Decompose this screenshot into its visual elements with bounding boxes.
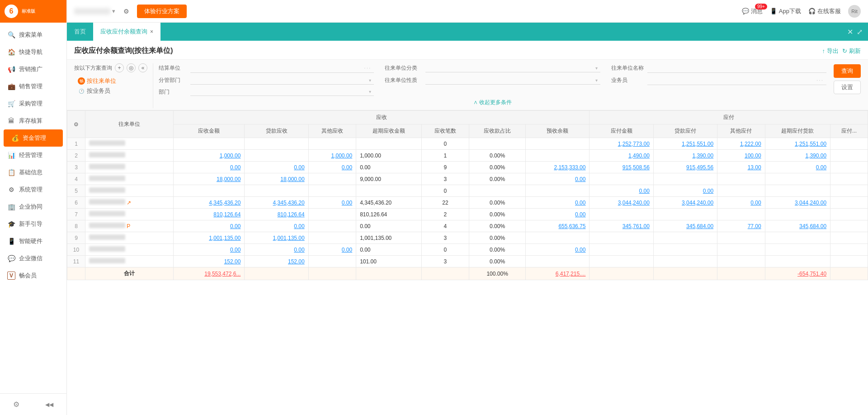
window-close-button[interactable]: ✕ xyxy=(847,28,853,36)
payable_amount-cell[interactable]: 1,490.00 xyxy=(590,150,653,162)
loan_receivable-cell[interactable]: 18,000.00 xyxy=(245,173,308,185)
advance_balance-cell[interactable]: 0.00 xyxy=(526,173,590,185)
overdue_payable-cell[interactable]: 1,390.00 xyxy=(765,150,830,162)
promo-button[interactable]: 体验行业方案 xyxy=(137,5,187,18)
overdue_payable-cell[interactable]: 1,251,551.00 xyxy=(765,138,830,150)
advance_balance-cell[interactable]: 0.00 xyxy=(526,197,590,209)
header-gear-button[interactable]: ⚙ xyxy=(119,4,133,19)
refresh-button[interactable]: ↻ 刷新 xyxy=(842,47,861,55)
department-select[interactable]: ▾ xyxy=(190,88,374,96)
table-config-icon[interactable]: ⚙ xyxy=(74,121,79,128)
sidebar-item-search[interactable]: 🔍 搜索菜单 xyxy=(0,26,66,43)
loan_payable-cell[interactable]: 0.00 xyxy=(653,185,717,197)
receivable_amount-cell[interactable]: 152.00 xyxy=(173,256,245,267)
sidebar-item-enterprise[interactable]: 🏢 企业协同 xyxy=(0,198,66,215)
sidebar-settings-button[interactable]: ⚙ xyxy=(9,398,23,410)
filter-settings-button[interactable]: ◎ xyxy=(127,63,136,72)
partner-nature-select[interactable]: ▾ xyxy=(425,76,600,85)
other_receivable-cell[interactable]: 1,000.00 xyxy=(308,150,356,162)
th-config[interactable]: ⚙ xyxy=(67,111,85,138)
other_payable-cell[interactable]: 0.00 xyxy=(717,197,765,209)
sidebar-item-inventory[interactable]: 🏛 库存核算 xyxy=(0,112,66,129)
receivable_amount-cell[interactable]: 18,000.00 xyxy=(173,173,245,185)
tab-close-icon[interactable]: × xyxy=(150,29,153,35)
loan_receivable-cell[interactable]: 0.00 xyxy=(245,244,308,256)
message-button[interactable]: 💬 消息 99+ xyxy=(742,7,763,15)
sidebar-item-system[interactable]: ⚙ 系统管理 xyxy=(0,181,66,198)
payable_amount-cell[interactable]: 3,044,240.00 xyxy=(590,197,653,209)
receivable_amount-cell[interactable]: 1,001,135.00 xyxy=(173,232,245,244)
sidebar-item-quick[interactable]: 🏠 快捷导航 xyxy=(0,43,66,61)
loan_receivable-cell[interactable]: 0.00 xyxy=(245,162,308,173)
loan_payable-cell[interactable]: 915,495.56 xyxy=(653,162,717,173)
overdue_payable-cell[interactable]: 3,044,240.00 xyxy=(765,197,830,209)
query-button[interactable]: 查询 xyxy=(834,64,861,78)
sidebar-item-purchase[interactable]: 🛒 采购管理 xyxy=(0,95,66,112)
loan_receivable-cell[interactable]: 0.00 xyxy=(245,220,308,232)
overdue_payable-cell[interactable]: 345,684.00 xyxy=(765,220,830,232)
sidebar-item-marketing[interactable]: 📢 营销推广 xyxy=(0,61,66,78)
receivable_amount-cell[interactable]: 810,126.64 xyxy=(173,209,245,220)
other_payable-cell[interactable]: 100.00 xyxy=(717,150,765,162)
sidebar-item-guide[interactable]: 🎓 新手引导 xyxy=(0,215,66,233)
payable_amount-cell[interactable]: 915,508.56 xyxy=(590,162,653,173)
tab-home[interactable]: 首页 xyxy=(67,23,93,41)
receivable_amount-cell[interactable]: 1,000.00 xyxy=(173,150,245,162)
filter-option-partner[interactable]: 畅 按往来单位 xyxy=(74,76,147,86)
total-advance-balance[interactable]: 6,417,215.... xyxy=(526,267,590,280)
payable_amount-cell[interactable]: 345,761.00 xyxy=(590,220,653,232)
receivable_amount-cell[interactable]: 0.00 xyxy=(173,220,245,232)
other_receivable-cell[interactable]: 0.00 xyxy=(308,197,356,209)
filter-add-button[interactable]: + xyxy=(115,63,124,72)
sidebar-item-member[interactable]: V 畅会员 xyxy=(0,267,66,284)
advance_balance-cell[interactable]: 0.00 xyxy=(526,244,590,256)
loan_payable-cell[interactable]: 1,251,551.00 xyxy=(653,138,717,150)
sidebar-item-hardware[interactable]: 📱 智能硬件 xyxy=(0,233,66,250)
loan_receivable-cell[interactable]: 810,126.64 xyxy=(245,209,308,220)
other_payable-cell[interactable]: 1,222.00 xyxy=(717,138,765,150)
partner-name-input[interactable] xyxy=(647,63,826,73)
partner-category-select[interactable]: ▾ xyxy=(425,64,600,72)
total-receivable-amount[interactable]: 19,553,472,6... xyxy=(173,267,245,280)
export-button[interactable]: ↑ 导出 xyxy=(822,47,839,55)
tab-receivable[interactable]: 应收应付余额查询 × xyxy=(93,23,160,41)
sidebar-item-wechat[interactable]: 💬 企业微信 xyxy=(0,250,66,267)
user-avatar[interactable]: Rit xyxy=(848,5,861,18)
sidebar-item-capital[interactable]: 💰 资金管理 xyxy=(4,129,63,147)
other_payable-cell[interactable]: 13.00 xyxy=(717,162,765,173)
loan_receivable-cell[interactable]: 152.00 xyxy=(245,256,308,267)
receivable_amount-cell[interactable]: 0.00 xyxy=(173,244,245,256)
settings-button[interactable]: 设置 xyxy=(834,81,861,94)
other_receivable-cell[interactable]: 0.00 xyxy=(308,244,356,256)
loan_receivable-cell[interactable]: 4,345,436.20 xyxy=(245,197,308,209)
advance_balance-cell[interactable]: 0.00 xyxy=(526,209,590,220)
company-selector[interactable]: ▾ xyxy=(74,8,115,14)
window-expand-button[interactable]: ⤢ xyxy=(857,28,863,36)
settlement-input[interactable]: ··· xyxy=(190,63,374,73)
collapse-more-button[interactable]: ∧ 收起更多条件 xyxy=(159,97,826,108)
app-download-button[interactable]: 📱 App下载 xyxy=(770,7,801,15)
receivable_amount-cell[interactable]: 0.00 xyxy=(173,162,245,173)
loan_receivable-cell[interactable]: 1,001,135.00 xyxy=(245,232,308,244)
loan_payable-cell[interactable]: 1,390.00 xyxy=(653,150,717,162)
sidebar-item-basic[interactable]: 📋 基础信息 xyxy=(0,164,66,181)
dept-manager-select[interactable]: ▾ xyxy=(190,76,374,85)
loan_payable-cell[interactable]: 3,044,240.00 xyxy=(653,197,717,209)
other_receivable-cell[interactable]: 0.00 xyxy=(308,162,356,173)
sidebar-collapse-button[interactable]: ◀◀ xyxy=(42,400,57,410)
filter-option-salesperson[interactable]: 🕐 按业务员 xyxy=(74,86,147,96)
salesperson-input[interactable]: ··· xyxy=(647,76,826,85)
overdue_payable-cell[interactable]: 0.00 xyxy=(765,162,830,173)
other_payable-cell[interactable]: 77.00 xyxy=(717,220,765,232)
sidebar-item-sales[interactable]: 💼 销售管理 xyxy=(0,78,66,95)
filter-collapse-button[interactable]: « xyxy=(138,63,147,72)
loan_payable-cell[interactable]: 345,684.00 xyxy=(653,220,717,232)
receivable_amount-cell[interactable]: 4,345,436.20 xyxy=(173,197,245,209)
total-payable-amount[interactable]: -654,751.40 xyxy=(765,267,830,280)
advance_balance-cell[interactable]: 2,153,333.00 xyxy=(526,162,590,173)
online-service-button[interactable]: 🎧 在线客服 xyxy=(808,7,841,15)
payable_amount-cell[interactable]: 0.00 xyxy=(590,185,653,197)
advance_balance-cell[interactable]: 655,636.75 xyxy=(526,220,590,232)
payable_amount-cell[interactable]: 1,252,773.00 xyxy=(590,138,653,150)
sidebar-item-operations[interactable]: 📊 经营管理 xyxy=(0,147,66,164)
